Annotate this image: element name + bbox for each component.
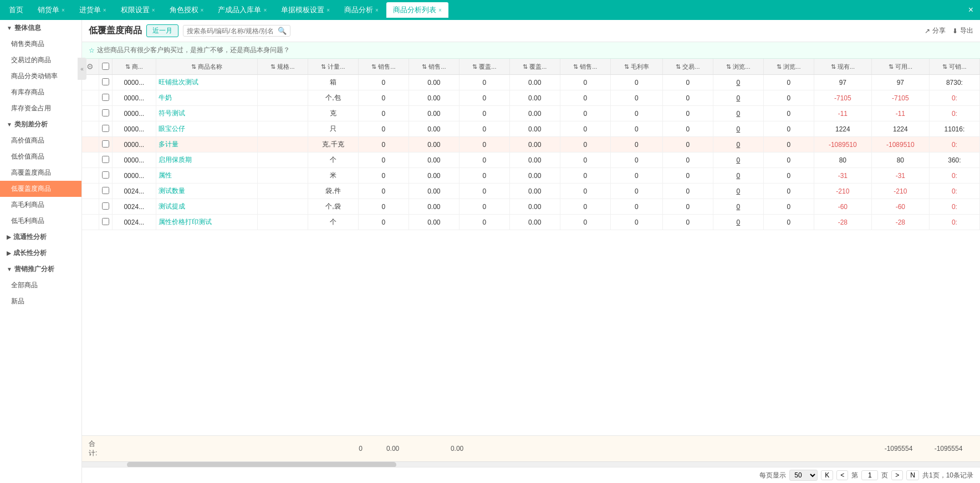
sidebar-section-marketing[interactable]: ▼ 营销推广分析	[0, 261, 81, 277]
sidebar-item-category-turnover[interactable]: 商品分类动销率	[0, 68, 81, 84]
row-checkbox[interactable]	[99, 215, 112, 230]
close-icon[interactable]: ×	[263, 7, 267, 13]
prev-page-button[interactable]: <	[836, 470, 848, 480]
row-name[interactable]: 旺铺批次测试	[156, 75, 258, 90]
row-checkbox[interactable]	[99, 152, 112, 168]
sidebar-item-high-margin[interactable]: 高毛利商品	[0, 197, 81, 213]
select-all-checkbox[interactable]	[102, 63, 109, 70]
first-page-button[interactable]: K	[821, 470, 833, 480]
window-close-button[interactable]: ×	[964, 5, 978, 15]
sidebar-item-high-value[interactable]: 高价值商品	[0, 133, 81, 149]
sort-icon[interactable]: ⇅	[422, 63, 427, 70]
close-icon[interactable]: ×	[103, 7, 106, 13]
row-checkbox[interactable]	[99, 75, 112, 90]
sort-icon[interactable]: ⇅	[624, 63, 629, 70]
sidebar-item-low-margin[interactable]: 低毛利商品	[0, 213, 81, 229]
sidebar-section-circulation[interactable]: ▶ 流通性分析	[0, 229, 81, 245]
row-spec	[257, 90, 308, 106]
row-checkbox[interactable]	[99, 199, 112, 215]
export-button[interactable]: ⬇ 导出	[952, 26, 973, 35]
time-filter-button[interactable]: 近一月	[146, 24, 178, 37]
close-icon[interactable]: ×	[375, 7, 379, 13]
settings-icon[interactable]: ⚙	[86, 62, 94, 71]
tab-product-analysis-list[interactable]: 商品分析列表 ×	[386, 2, 448, 18]
sort-icon[interactable]: ⇅	[942, 63, 947, 70]
row-browse1[interactable]: 0	[713, 199, 763, 215]
row-name[interactable]: 多计量	[156, 137, 258, 152]
sort-icon[interactable]: ⇅	[777, 63, 782, 70]
sort-icon[interactable]: ⇅	[371, 63, 376, 70]
sort-icon[interactable]: ⇅	[831, 63, 836, 70]
page-number-input[interactable]	[861, 470, 878, 480]
sidebar-item-in-stock-goods[interactable]: 有库存商品	[0, 84, 81, 100]
tab-home[interactable]: 首页	[2, 2, 30, 18]
sort-icon[interactable]: ⇅	[321, 63, 326, 70]
tab-template-settings[interactable]: 单据模板设置 ×	[274, 2, 336, 18]
page-size-select[interactable]: 50 100 200	[789, 470, 818, 481]
search-input[interactable]	[187, 27, 275, 35]
row-name[interactable]: 启用保质期	[156, 152, 258, 168]
sidebar-section-overview[interactable]: ▼ 整体信息	[0, 20, 81, 36]
sort-icon[interactable]: ⇅	[573, 63, 578, 70]
tab-product-analysis[interactable]: 商品分析 ×	[338, 2, 385, 18]
tab-finished-goods[interactable]: 产成品入库单 ×	[211, 2, 273, 18]
last-page-button[interactable]: N	[906, 470, 919, 480]
sidebar-section-growth[interactable]: ▶ 成长性分析	[0, 245, 81, 261]
row-browse1[interactable]: 0	[713, 90, 763, 106]
sort-icon[interactable]: ⇅	[889, 63, 894, 70]
close-icon[interactable]: ×	[62, 7, 65, 13]
sort-icon[interactable]: ⇅	[125, 63, 130, 70]
row-name[interactable]: 属性价格打印测试	[156, 215, 258, 230]
sidebar-item-new-goods[interactable]: 新品	[0, 293, 81, 309]
tab-role-auth[interactable]: 角色授权 ×	[163, 2, 211, 18]
sidebar-section-category-diff[interactable]: ▼ 类别差分析	[0, 116, 81, 133]
row-checkbox[interactable]	[99, 137, 112, 152]
sort-icon[interactable]: ⇅	[472, 63, 477, 70]
tab-permissions[interactable]: 权限设置 ×	[114, 2, 162, 18]
close-icon[interactable]: ×	[326, 7, 330, 13]
next-page-button[interactable]: >	[891, 470, 903, 480]
tab-purchase-order[interactable]: 进货单 ×	[73, 2, 113, 18]
row-browse1[interactable]: 0	[713, 184, 763, 199]
row-browse1[interactable]: 0	[713, 75, 763, 90]
row-browse1[interactable]: 0	[713, 137, 763, 152]
search-icon[interactable]: 🔍	[278, 27, 287, 35]
row-checkbox[interactable]	[99, 168, 112, 184]
sidebar-item-traded-goods[interactable]: 交易过的商品	[0, 52, 81, 68]
sidebar-item-inventory-capital[interactable]: 库存资金占用	[0, 100, 81, 116]
sort-icon[interactable]: ⇅	[523, 63, 528, 70]
row-browse1[interactable]: 0	[713, 106, 763, 121]
row-browse1[interactable]: 0	[713, 121, 763, 137]
row-checkbox[interactable]	[99, 121, 112, 137]
row-checkbox[interactable]	[99, 90, 112, 106]
sort-icon[interactable]: ⇅	[676, 63, 681, 70]
table-row: 0024... 测试数量 袋,件 0 0.00 0 0.00 0 0 0 0 0…	[82, 184, 980, 199]
close-icon[interactable]: ×	[201, 7, 204, 13]
row-name[interactable]: 测试数量	[156, 184, 258, 199]
close-icon[interactable]: ×	[152, 7, 155, 13]
row-checkbox[interactable]	[99, 184, 112, 199]
row-browse1[interactable]: 0	[713, 152, 763, 168]
sort-icon[interactable]: ⇅	[191, 63, 196, 70]
sidebar-item-low-value[interactable]: 低价值商品	[0, 149, 81, 165]
row-name[interactable]: 眼宝公仔	[156, 121, 258, 137]
sidebar-item-high-coverage[interactable]: 高覆盖度商品	[0, 165, 81, 181]
horizontal-scrollbar[interactable]	[82, 461, 980, 467]
row-name[interactable]: 符号测试	[156, 106, 258, 121]
row-name[interactable]: 属性	[156, 168, 258, 184]
close-icon[interactable]: ×	[438, 7, 442, 13]
row-checkbox[interactable]	[99, 106, 112, 121]
sidebar-item-sales-goods[interactable]: 销售类商品	[0, 36, 81, 52]
row-name[interactable]: 测试提成	[156, 199, 258, 215]
sidebar-item-low-coverage[interactable]: 低覆盖度商品	[0, 181, 81, 197]
sort-icon[interactable]: ⇅	[726, 63, 731, 70]
row-gross: 0	[610, 121, 662, 137]
sidebar-item-all-goods[interactable]: 全部商品	[0, 277, 81, 293]
tab-sales-order[interactable]: 销货单 ×	[31, 2, 72, 18]
share-button[interactable]: ↗ 分享	[925, 26, 946, 35]
sort-icon[interactable]: ⇅	[270, 63, 275, 70]
sidebar-collapse-button[interactable]: «	[78, 58, 86, 80]
row-name[interactable]: 牛奶	[156, 90, 258, 106]
row-browse1[interactable]: 0	[713, 215, 763, 230]
row-browse1[interactable]: 0	[713, 168, 763, 184]
